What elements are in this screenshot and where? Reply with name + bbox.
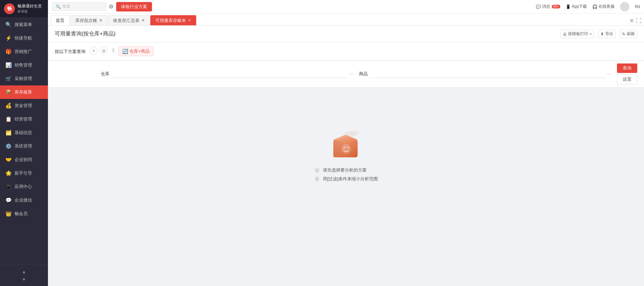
query-actions: 查询 设置 [617, 63, 637, 84]
sidebar-item-enterprise[interactable]: 🤝 企业协同 [0, 153, 48, 166]
topbar-actions-group: 💬 消息 99+ 📱 App下载 🎧 在线客服 Rit [536, 2, 640, 11]
scheme-warehouse-goods-label: 仓库+商品 [129, 48, 150, 54]
export-label: 导出 [605, 31, 613, 37]
tab-available-ledger-close[interactable]: ✕ [188, 18, 191, 23]
shortcut-icon: ⚡ [5, 35, 12, 41]
template-print-btn[interactable]: 🖨 按模板打印 ▾ [560, 30, 594, 38]
sidebar-item-member[interactable]: 👑 畅会员 [0, 207, 48, 220]
member-icon: 👑 [5, 211, 12, 217]
app-download-action[interactable]: 📱 App下载 [566, 4, 587, 9]
tab-home-label: 首页 [56, 18, 65, 24]
add-scheme-btn[interactable]: ＋ [89, 47, 98, 55]
search-menu-icon: 🔍 [5, 22, 12, 28]
warehouse-more-btn[interactable]: ··· [349, 71, 353, 77]
sidebar-item-label-search: 搜索菜单 [15, 22, 32, 28]
svg-point-7 [347, 147, 349, 148]
sidebar-item-finance[interactable]: 💰 资金管理 [0, 99, 48, 112]
sidebar-logo: 畅 畅康通好生意 标准版 [0, 0, 48, 18]
sidebar-item-marketing[interactable]: 🎁 营销推广 [0, 45, 48, 58]
print-dropdown-icon: ▾ [590, 32, 592, 36]
empty-state: 1 请先选择要分析的方案 2 用[过滤]条件来缩小分析范围 [48, 87, 644, 223]
sidebar-item-apps[interactable]: 📱 应用中心 [0, 180, 48, 193]
sidebar-item-purchase[interactable]: 🛒 采购管理 [0, 72, 48, 85]
goods-more-btn[interactable]: ··· [607, 71, 612, 77]
message-icon: 💬 [536, 4, 541, 9]
page-content: 可用量查询(按仓库+商品) 🖨 按模板打印 ▾ ⬆ 导出 ↻ 刷新 [48, 26, 644, 286]
sidebar-item-shortcut[interactable]: ⚡ 快捷导航 [0, 31, 48, 45]
sidebar-item-sales[interactable]: 📊 销售管理 [0, 58, 48, 72]
query-settings-btn[interactable]: 设置 [617, 74, 637, 84]
sidebar-item-newbie[interactable]: 🌟 新手引导 [0, 166, 48, 180]
query-submit-btn[interactable]: 查询 [617, 63, 637, 73]
sidebar-item-label-member: 畅会员 [15, 211, 28, 217]
tab-expand-btn[interactable]: ⛶ [636, 18, 641, 24]
topbar-gear-icon[interactable]: ⚙ [109, 3, 113, 10]
sidebar-scroll-up-btn[interactable]: ▲ [0, 268, 48, 276]
goods-label: 商品 [359, 71, 368, 77]
basic-icon: 🗂️ [5, 130, 12, 136]
sidebar: 畅 畅康通好生意 标准版 🔍 搜索菜单 ⚡ 快捷导航 🎁 营销推广 📊 销售管理… [0, 0, 48, 286]
enterprise-icon: 🤝 [5, 157, 12, 163]
empty-state-illustration [326, 128, 366, 162]
tab-collect-ledger[interactable]: 收发存汇总表 ✕ [108, 15, 150, 25]
tab-batch-ledger[interactable]: 库存批次账 ✕ [70, 15, 107, 25]
warehouse-label: 仓库 [101, 71, 109, 77]
goods-field: 商品 ··· [359, 70, 612, 78]
tab-home[interactable]: 首页 [51, 15, 70, 25]
scheme-settings-btn[interactable]: ⊙ [100, 47, 108, 55]
filter-label: 按以下方案查询 [55, 47, 85, 55]
warehouse-input[interactable] [111, 70, 347, 78]
filter-collapse-btn[interactable]: 《 [110, 48, 114, 54]
app-logo-text-group: 畅康通好生意 标准版 [18, 4, 42, 14]
print-icon: 🖨 [563, 32, 567, 36]
sidebar-item-label-finance: 资金管理 [15, 103, 32, 109]
topbar-username: Rit [635, 4, 640, 9]
sidebar-scroll-down-btn[interactable]: ▼ [0, 276, 48, 283]
industry-solution-btn[interactable]: 体验行业方案 [116, 2, 152, 11]
finance-icon: 💰 [5, 103, 12, 109]
svg-point-5 [341, 144, 351, 154]
refresh-btn[interactable]: ↻ 刷新 [620, 30, 637, 38]
apps-icon: 📱 [5, 184, 12, 190]
tab-collect-ledger-close[interactable]: ✕ [141, 18, 145, 23]
goods-input[interactable] [370, 70, 605, 78]
scheme-item-warehouse-goods[interactable]: 🔄 仓库+商品 [119, 47, 153, 56]
tab-close-all-btn[interactable]: ✕ [629, 18, 634, 24]
page-header-actions: 🖨 按模板打印 ▾ ⬆ 导出 ↻ 刷新 [560, 30, 637, 38]
filter-section: 按以下方案查询 ＋ ⊙ 《 🔄 仓库+商品 仓库 [48, 43, 644, 87]
tab-collect-ledger-label: 收发存汇总表 [113, 18, 139, 24]
svg-point-6 [344, 147, 345, 148]
tabs-right-controls: ✕ ⛶ [629, 18, 641, 25]
message-action[interactable]: 💬 消息 99+ [536, 4, 560, 9]
step1-text: 请先选择要分析的方案 [323, 167, 367, 173]
warehouse-field: 仓库 ··· [101, 70, 354, 78]
export-btn[interactable]: ⬆ 导出 [598, 30, 616, 38]
empty-state-steps: 1 请先选择要分析的方案 2 用[过滤]条件来缩小分析范围 [314, 167, 378, 182]
sidebar-item-basic[interactable]: 🗂️ 基础信息 [0, 126, 48, 139]
step1-num: 1 [314, 167, 320, 173]
app-edition-badge: 标准版 [18, 9, 42, 14]
sidebar-item-system[interactable]: ⚙️ 系统管理 [0, 139, 48, 153]
app-logo-icon: 畅 [4, 3, 15, 14]
empty-state-step2: 2 用[过滤]条件来缩小分析范围 [314, 176, 378, 182]
online-service-action[interactable]: 🎧 在线客服 [592, 4, 615, 9]
tab-available-ledger-label: 可用量库存账本 [155, 18, 186, 24]
scheme-warehouse-goods-icon: 🔄 [122, 49, 128, 54]
sidebar-item-label-sales: 销售管理 [15, 62, 32, 68]
sidebar-item-inventory[interactable]: 📦 库存核算 [0, 85, 48, 99]
sidebar-item-wechat[interactable]: 💬 企业微信 [0, 193, 48, 207]
wechat-icon: 💬 [5, 197, 12, 203]
sidebar-item-label-apps: 应用中心 [15, 184, 32, 190]
message-badge: 99+ [552, 5, 560, 8]
page-header: 可用量查询(按仓库+商品) 🖨 按模板打印 ▾ ⬆ 导出 ↻ 刷新 [48, 26, 644, 43]
tab-batch-ledger-close[interactable]: ✕ [99, 18, 102, 23]
topbar-search-box[interactable]: 🔍 搜索 [52, 2, 106, 11]
sidebar-item-search[interactable]: 🔍 搜索菜单 [0, 18, 48, 31]
user-avatar[interactable] [620, 2, 629, 11]
online-service-label: 在线客服 [598, 4, 615, 9]
app-download-label: App下载 [572, 4, 587, 9]
filter-scheme-controls: ＋ ⊙ 《 [89, 47, 114, 55]
sidebar-item-operations[interactable]: 📋 经营管理 [0, 112, 48, 126]
sidebar-bottom: ▲ ▼ [0, 265, 48, 286]
tab-available-ledger[interactable]: 可用量库存账本 ✕ [150, 15, 196, 25]
